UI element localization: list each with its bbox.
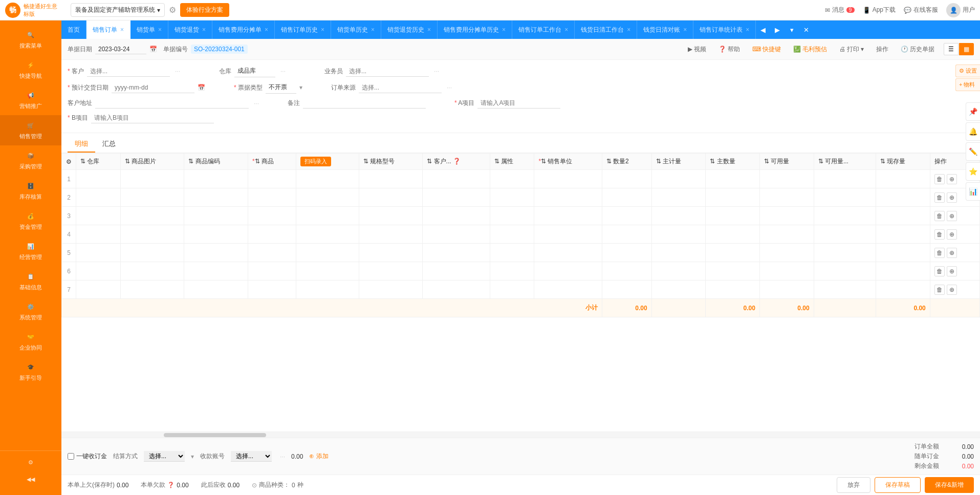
add-link[interactable]: ⊕ 添加 <box>309 452 328 461</box>
row-1-product-img[interactable] <box>120 170 184 188</box>
save-draft-button[interactable]: 保存草稿 <box>875 477 921 493</box>
settings-quick-btn[interactable]: ⚙ 设置 <box>955 64 980 77</box>
tab-close-sales-return-history[interactable]: × <box>427 26 431 33</box>
row-1-main-qty[interactable] <box>706 170 760 188</box>
warehouse-value[interactable]: 成品库 <box>234 65 275 77</box>
tab-summary[interactable]: 汇总 <box>95 136 123 153</box>
row-1-spec[interactable] <box>359 170 423 188</box>
col-gear[interactable]: ⚙ <box>62 154 76 170</box>
view-btn[interactable]: ▶ 视频 <box>685 44 709 55</box>
tab-close-daily-reconcile[interactable]: × <box>683 26 687 33</box>
row-1-attr[interactable] <box>490 170 534 188</box>
sidebar-item-guide[interactable]: 🎓 新手引导 <box>0 357 61 387</box>
row-2-product-code[interactable] <box>184 188 248 207</box>
sidebar-item-enterprise[interactable]: 🤝 企业协同 <box>0 327 61 357</box>
print-btn[interactable]: 🖨 打印 ▾ <box>836 44 867 55</box>
scroll-thumb[interactable] <box>164 433 266 437</box>
row-2-attr[interactable] <box>490 188 534 207</box>
customer-input[interactable] <box>87 66 170 77</box>
staff-input[interactable] <box>346 66 429 77</box>
one-click-checkbox-input[interactable] <box>68 453 74 460</box>
tab-close-sales-expense[interactable]: × <box>265 26 268 33</box>
app-download-button[interactable]: 📱 App下载 <box>863 6 896 14</box>
remark-input[interactable] <box>303 98 426 109</box>
user-avatar[interactable]: 👤 用户 <box>946 3 975 17</box>
history-btn[interactable]: 🕐 历史单据 <box>898 44 938 55</box>
account-select[interactable]: 选择... <box>231 451 272 462</box>
tab-sales-order-history[interactable]: 销售订单历史 × <box>275 20 331 39</box>
delivery-date-input[interactable] <box>112 82 194 93</box>
tab-daily-workbench[interactable]: 钱货日清工作台 × <box>575 20 637 39</box>
sidebar-item-marketing[interactable]: 📢 营销推广 <box>0 85 61 115</box>
row-2-product-img[interactable] <box>120 188 184 207</box>
scan-button[interactable]: 扫码录入 <box>300 157 331 166</box>
customer-addr-more-icon[interactable]: ··· <box>254 100 259 107</box>
message-button[interactable]: ✉ 消息 9 <box>825 6 855 14</box>
tab-expense-history[interactable]: 销售费用分摊单历史 × <box>438 20 512 39</box>
tab-close-sales-return[interactable]: × <box>202 26 206 33</box>
ticket-type-dropdown-icon[interactable]: ▾ <box>299 84 302 91</box>
row-2-available2[interactable] <box>814 188 876 207</box>
tab-close-sales-doc[interactable]: × <box>158 26 162 33</box>
help-btn[interactable]: ❓ 帮助 <box>715 44 743 55</box>
row-3-delete-btn[interactable]: 🗑 <box>934 211 945 221</box>
sidebar-item-inventory[interactable]: 🗄️ 库存核算 <box>0 176 61 206</box>
staff-more-icon[interactable]: ··· <box>434 68 439 75</box>
row-6-copy-btn[interactable]: ⊕ <box>947 266 957 276</box>
row-5-delete-btn[interactable]: 🗑 <box>934 248 945 258</box>
order-source-input[interactable] <box>359 82 442 93</box>
row-2-main-qty[interactable] <box>706 188 760 207</box>
online-service-button[interactable]: 💬 在线客服 <box>904 6 938 14</box>
operation-btn[interactable]: 操作 <box>873 44 891 55</box>
tab-close-sales-order-history[interactable]: × <box>321 26 324 33</box>
tab-close-sales-order[interactable]: × <box>120 26 124 33</box>
row-2-qty2[interactable] <box>602 188 651 207</box>
payment-dropdown-icon[interactable]: ▾ <box>191 453 194 460</box>
row-7-delete-btn[interactable]: 🗑 <box>934 285 945 295</box>
settings-icon[interactable]: ⚙ <box>169 5 176 15</box>
customer-more-icon[interactable]: ··· <box>175 68 180 75</box>
sidebar-item-operation[interactable]: 📊 经营管理 <box>0 236 61 266</box>
system-selector[interactable]: 装备及固定资产辅助管理系统 ▾ <box>71 3 165 17</box>
sidebar-item-basic[interactable]: 📋 基础信息 <box>0 266 61 296</box>
sidebar-item-quick[interactable]: ⚡ 快捷导航 <box>0 55 61 85</box>
sidebar-settings-icon[interactable]: ⚙ <box>0 455 61 470</box>
shortcut-btn[interactable]: ⌨ 快捷键 <box>749 44 784 55</box>
side-tool-5[interactable]: 📊 <box>966 182 980 201</box>
row-7-copy-btn[interactable]: ⊕ <box>947 285 957 295</box>
row-1-product[interactable] <box>248 170 296 188</box>
row-2-available[interactable] <box>759 188 814 207</box>
row-1-qty2[interactable] <box>602 170 651 188</box>
account-more-icon[interactable]: ··· <box>280 453 285 460</box>
row-2-warehouse[interactable] <box>76 188 121 207</box>
tab-daily-reconcile[interactable]: 钱货日清对账 × <box>637 20 693 39</box>
tab-close-sales-stats[interactable]: × <box>746 26 749 33</box>
tab-nav-left[interactable]: ◀ <box>756 20 770 39</box>
row-4-copy-btn[interactable]: ⊕ <box>947 229 957 240</box>
tab-close-sales-doc-history[interactable]: × <box>371 26 375 33</box>
tab-sales-return-history[interactable]: 销货退货历史 × <box>381 20 438 39</box>
tab-home[interactable]: 首页 <box>61 20 86 39</box>
row-6-delete-btn[interactable]: 🗑 <box>934 266 945 276</box>
row-1-sales-unit[interactable] <box>534 170 602 188</box>
tab-sales-order[interactable]: 销售订单 × <box>86 20 130 39</box>
side-tool-1[interactable]: 📌 <box>966 102 980 121</box>
tab-order-workbench[interactable]: 销售订单工作台 × <box>512 20 575 39</box>
tab-close-expense-history[interactable]: × <box>502 26 506 33</box>
row-2-copy-btn[interactable]: ⊕ <box>947 192 957 203</box>
one-click-deposit-checkbox[interactable]: 一键收订金 <box>68 452 107 461</box>
tab-close-order-workbench[interactable]: × <box>564 26 568 33</box>
row-1-main-unit[interactable] <box>651 170 706 188</box>
row-1-available2[interactable] <box>814 170 876 188</box>
warehouse-more-icon[interactable]: ··· <box>280 68 286 75</box>
save-new-button[interactable]: 保存&新增 <box>925 477 974 493</box>
layout-list-btn[interactable]: ☰ <box>944 43 959 55</box>
sidebar-item-search[interactable]: 🔍 搜索菜单 <box>0 25 61 55</box>
row-1-available[interactable] <box>759 170 814 188</box>
tab-sales-return[interactable]: 销货退货 × <box>168 20 212 39</box>
discard-button[interactable]: 放弃 <box>837 477 870 493</box>
row-2-main-unit[interactable] <box>651 188 706 207</box>
row-3-copy-btn[interactable]: ⊕ <box>947 211 957 221</box>
customer-addr-input[interactable] <box>95 98 249 109</box>
side-tool-3[interactable]: ✏️ <box>966 142 980 161</box>
